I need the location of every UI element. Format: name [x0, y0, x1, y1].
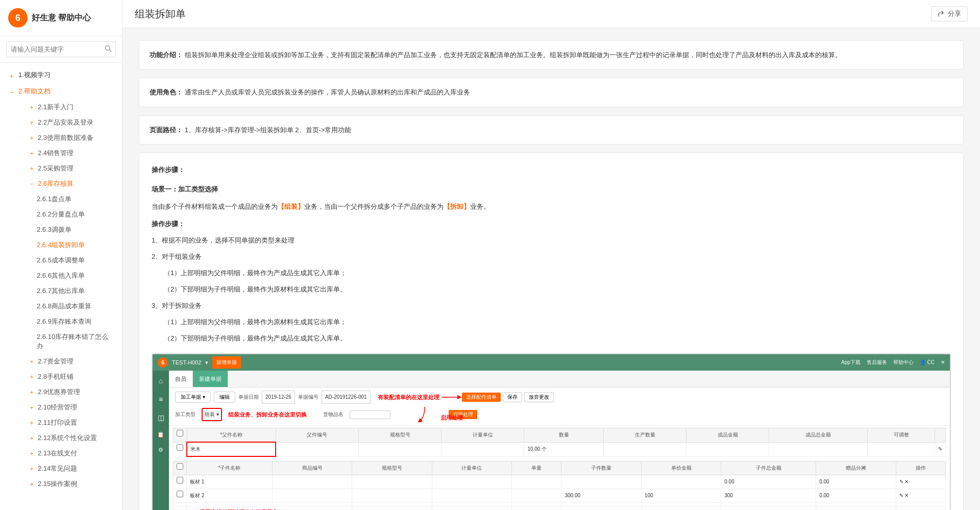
mock-del-icon-2[interactable]: ✕ [904, 493, 909, 498]
mock-title-bar: 6 TEST-H002 ▾ 新增单据 App下载 售后服务 帮助中心 👤 CC … [153, 354, 950, 371]
mock-select-parts-btn[interactable]: 选择配件清单 [462, 393, 501, 402]
search-input[interactable] [7, 42, 101, 56]
mock-th-unit: 计量单位 [442, 428, 524, 443]
step1: 1、根据不同的业务，选择不同单据的类型来处理 [152, 234, 951, 247]
mock-icon-warehouse[interactable]: ◫ [158, 410, 164, 425]
mock-close[interactable]: ✕ [941, 357, 945, 368]
mock-th-unit-price: 单价金额 [641, 462, 721, 475]
sidebar-item-213[interactable]: ＋ 2.13在线支付 [10, 446, 122, 461]
annotation4-text: 无固定清单可以插值在这里录入 [200, 506, 278, 510]
mock-bottom-row-1: 板材 1 0.00 0.00 ✎ ✕ [174, 475, 946, 489]
svg-line-1 [110, 50, 112, 52]
sidebar-item-21[interactable]: ＋ 2.1新手入门 [10, 100, 122, 115]
role-content: 通常由生产人员或库管人员完成拆装业务的操作，库管人员确认原材料的出库和产成品的入… [185, 88, 470, 96]
sidebar-item-264[interactable]: 2.6.4组装拆卸单 [10, 237, 122, 253]
mock-title: TEST-H002 [172, 357, 201, 368]
mock-th-parent-name: *父件名称 [187, 428, 276, 443]
mock-type-label: 加工类型 [175, 409, 195, 420]
annotation1-text: 有装配清单的在这里处理 [378, 392, 439, 403]
mock-icon-home[interactable]: ⌂ [159, 374, 163, 388]
mock-del-icon-1[interactable]: ✕ [904, 479, 909, 484]
mock-tab-home[interactable]: 自员 [169, 371, 193, 387]
mock-icon-settings[interactable]: ⚙ [158, 444, 163, 455]
mock-top-right: App下载 售后服务 帮助中心 👤 CC ✕ [841, 357, 945, 368]
nav-tree: ＋ 1.视频学习 － 2.帮助文档 ＋ 2.1新手入门 ＋ 2.2产品安装及登录 [0, 63, 122, 510]
sidebar-item-24[interactable]: ＋ 2.4销售管理 [10, 145, 122, 161]
sidebar: 6 好生意 帮助中心 ＋ 1.视频学习 － 2.帮助文 [0, 0, 122, 510]
sidebar-item-263[interactable]: 2.6.3调拨单 [10, 222, 122, 237]
mock-bottom-table: *子件名称 商品编号 规格型号 计量单位 单量 子件数量 单价金额 子件总金额 [173, 461, 946, 510]
path-label: 页面路径： [150, 126, 183, 134]
mock-icon-list[interactable]: ≡ [159, 392, 163, 406]
mock-new-doc-btn[interactable]: 新增单据 [212, 356, 241, 369]
share-button[interactable]: 分享 [931, 6, 968, 21]
sidebar-item-262[interactable]: 2.6.2分量盘点单 [10, 207, 122, 222]
sidebar-item-210[interactable]: ＋ 2.10经营管理 [10, 400, 122, 415]
mock-date-value[interactable]: 2019-12-26 [262, 391, 295, 404]
screenshot-container: 6 TEST-H002 ▾ 新增单据 App下载 售后服务 帮助中心 👤 CC … [152, 353, 951, 510]
path-box: 页面路径： 1、库存核算->库存管理->组装拆卸单 2、首页->常用功能 [139, 115, 964, 144]
mock-btn-process[interactable]: 加工单据 ▾ [175, 392, 211, 403]
sidebar-item-261[interactable]: 2.6.1盘点单 [10, 191, 122, 207]
mock-top-table-area: *父件名称 父件编号 规格型号 计量单位 数量 生产数量 成品金额 成品总金额 [169, 426, 950, 459]
mock-btn-edit[interactable]: 编辑 [214, 392, 235, 403]
mock-bottom-table-area: 无固定清单可以插值在这里录入 *子件名称 商品编号 规格型号 计 [169, 459, 950, 510]
mock-save-btn[interactable]: 保存 [503, 392, 522, 402]
sidebar-item-267[interactable]: 2.6.7其他出库单 [10, 283, 122, 299]
mock-td-op-icon[interactable]: ✎ [935, 442, 946, 456]
sidebar-item-27[interactable]: ＋ 2.7资金管理 [10, 354, 122, 369]
sidebar-item-docs[interactable]: － 2.帮助文档 ＋ 2.1新手入门 ＋ 2.2产品安装及登录 ＋ 2.3使用前… [0, 83, 122, 492]
chaijie-text: 【拆卸】 [444, 203, 470, 210]
mock-cancel-btn[interactable]: 放弃更改 [524, 392, 554, 402]
sidebar-item-214[interactable]: ＋ 2.14常见问题 [10, 461, 122, 476]
mock-check-all-bottom[interactable] [177, 463, 183, 470]
sidebar-item-29[interactable]: ＋ 2.9优惠券管理 [10, 384, 122, 400]
mock-edit-icon-1[interactable]: ✎ [899, 479, 903, 484]
mock-date-label: 单据日期 [238, 392, 259, 402]
sidebar-item-28[interactable]: ＋ 2.8手机旺铺 [10, 369, 122, 384]
step3-1: （1）上部明细为父件明细，最终作为原材料生成其它出库单； [152, 315, 951, 329]
op-steps-label: 操作步骤： [152, 217, 951, 231]
mock-type-select[interactable]: 组装 ▾ [202, 408, 222, 421]
mock-check-row[interactable] [177, 444, 183, 451]
role-box: 使用角色： 通常由生产人员或库管人员完成拆装业务的操作，库管人员确认原材料的出库… [139, 78, 964, 107]
sidebar-item-215[interactable]: ＋ 2.15操作案例 [10, 476, 122, 492]
mock-th-total-amt: 成品总金额 [769, 428, 868, 443]
sidebar-item-266[interactable]: 2.6.6其他入库单 [10, 268, 122, 283]
mock-icon-active[interactable]: 📋 [157, 429, 164, 440]
sidebar-item-269[interactable]: 2.6.9库存账本查询 [10, 314, 122, 329]
search-box[interactable] [6, 41, 116, 57]
sidebar-item-212[interactable]: ＋ 2.12系统个性化设置 [10, 430, 122, 446]
search-button[interactable] [101, 42, 116, 57]
mock-edit-icon-2[interactable]: ✎ [899, 493, 903, 498]
sidebar-item-211[interactable]: ＋ 2.11打印设置 [10, 415, 122, 430]
step2-2: （2）下部明细为子件明细，最终作为原材料生成其它出库单。 [152, 283, 951, 296]
sidebar-item-23[interactable]: ＋ 2.3使用前数据准备 [10, 130, 122, 145]
step3: 3、对于拆卸业务 [152, 299, 951, 312]
sidebar-item-26[interactable]: － 2.6库存核算 [10, 176, 122, 191]
mock-tabs: 自员 新建单据 [169, 371, 950, 387]
sidebar-item-video[interactable]: ＋ 1.视频学习 [0, 67, 122, 83]
mock-type-row: 加工类型 组装 ▾ 组装业务、拆卸业务在这里切换 货物品名 [175, 407, 944, 422]
mock-check-b2[interactable] [177, 491, 183, 497]
mock-check-b1[interactable] [177, 477, 183, 483]
sidebar-item-25[interactable]: ＋ 2.5采购管理 [10, 161, 122, 176]
mock-app-store: App下载 [841, 357, 861, 368]
sidebar-item-2610[interactable]: 2.6.10库存账本错了怎么办 [10, 329, 122, 354]
app-logo-icon: 6 [8, 8, 28, 28]
mock-tab-new[interactable]: 新建单据 [193, 371, 228, 387]
mock-parts-input[interactable] [350, 410, 390, 419]
sidebar-item-22[interactable]: ＋ 2.2产品安装及登录 [10, 115, 122, 130]
sidebar-item-268[interactable]: 2.6.8商品成本重算 [10, 299, 122, 314]
mock-th-prod-qty: 生产数量 [603, 428, 686, 443]
mock-th-spec: 规格型号 [358, 428, 441, 443]
role-label: 使用角色： [150, 88, 183, 96]
mock-layout: ⌂ ≡ ◫ 📋 ⚙ 自员 新建单据 [153, 371, 950, 510]
mock-order-label: 单据编号 [298, 392, 318, 402]
mock-check-all-top[interactable] [177, 430, 183, 436]
sidebar-item-265[interactable]: 2.6.5成本调整单 [10, 253, 122, 268]
annotation1-arrow [442, 394, 462, 401]
share-label: 分享 [948, 9, 961, 18]
mock-order-value[interactable]: AD-20191226-001 [322, 391, 371, 404]
mock-td-child-2: 板材 2 [187, 489, 273, 503]
